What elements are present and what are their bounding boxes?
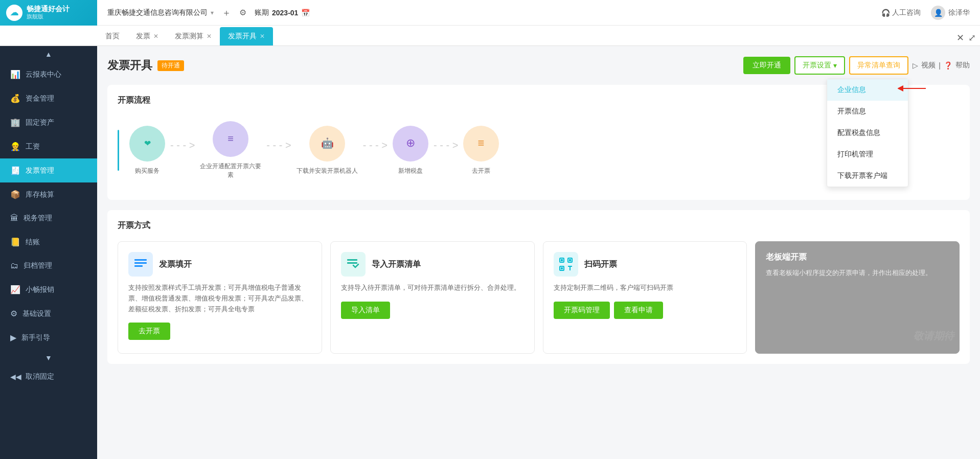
tab-invoice[interactable]: 发票 ✕ — [128, 27, 167, 45]
sidebar-item-archive[interactable]: 🗂 归档管理 — [0, 254, 97, 278]
svg-text:⊕: ⊕ — [406, 136, 415, 149]
fill-go-button[interactable]: 去开票 — [128, 323, 170, 340]
flow-arrow-4: - - - > — [428, 140, 463, 151]
sidebar-label-assets: 固定资产 — [26, 118, 54, 127]
company-selector[interactable]: 重庆畅捷交通信息咨询有限公司 ▾ — [107, 8, 214, 17]
calendar-icon[interactable]: 📅 — [301, 9, 310, 17]
flow-label-5: 去开票 — [472, 167, 490, 175]
sidebar-item-tax[interactable]: 🏛 税务管理 — [0, 206, 97, 230]
guide-icon: ▶ — [10, 333, 16, 342]
fill-title: 发票填开 — [159, 259, 192, 270]
company-name: 重庆畅捷交通信息咨询有限公司 — [107, 8, 208, 17]
method-section: 开票方式 发票填开 支持按照发票样式手工填开发票；可开具增值税电子普通发票、增值… — [107, 210, 970, 364]
content-area: 发票开具 待开通 立即开通 开票设置 ▾ 异常清单查询 ▷ 视频 | ❓ 帮助 — [97, 46, 980, 459]
video-help-area: ▷ 视频 | ❓ 帮助 — [913, 61, 970, 70]
flow-step-5: ≡ 去开票 — [463, 126, 499, 175]
sidebar-label-funds: 资金管理 — [26, 94, 54, 103]
sidebar-item-expense[interactable]: 📈 小畅报销 — [0, 278, 97, 302]
sidebar-item-reports[interactable]: 📊 云报表中心 — [0, 62, 97, 86]
sidebar-item-invoice[interactable]: 🧾 发票管理 — [0, 158, 97, 182]
sidebar-item-assets[interactable]: 🏢 固定资产 — [0, 110, 97, 134]
sidebar-item-close[interactable]: 📒 结账 — [0, 230, 97, 254]
settings-icon[interactable]: ⚙ — [239, 8, 246, 17]
qr-manage-button[interactable]: 开票码管理 — [554, 302, 610, 319]
assets-icon: 🏢 — [10, 118, 20, 127]
boss-overlay: 老板端开票 查看老板端小程序提交的开票申请，并作出相应的处理。 — [766, 252, 949, 279]
method-cards: 发票填开 支持按照发票样式手工填开发票；可开具增值税电子普通发票、增值税普通发票… — [118, 241, 960, 354]
flow-step-1: ❤ 购买服务 — [129, 126, 165, 175]
tab-issue[interactable]: 发票开具 ✕ — [220, 27, 273, 45]
user-info[interactable]: 👤 徐泽华 — [931, 6, 970, 20]
consult-button[interactable]: 🎧 人工咨询 — [881, 8, 921, 17]
flow-icon-4: ⊕ — [393, 126, 428, 162]
sidebar-scroll-down[interactable]: ▼ — [0, 350, 97, 366]
view-apply-button[interactable]: 查看申请 — [614, 302, 663, 319]
flow-step-3: 🤖 下载并安装开票机器人 — [297, 126, 358, 175]
activate-button[interactable]: 立即开通 — [743, 57, 790, 74]
sidebar-item-salary[interactable]: 👷 工资 — [0, 134, 97, 158]
logo-area: ☁ 畅捷通好会计 旗舰版 — [0, 0, 97, 26]
logo-text: 畅捷通好会计 — [27, 5, 70, 13]
page-header: 发票开具 待开通 立即开通 开票设置 ▾ 异常清单查询 ▷ 视频 | ❓ 帮助 — [107, 56, 970, 75]
svg-rect-10 — [134, 265, 143, 267]
help-label[interactable]: 帮助 — [955, 61, 970, 70]
maximize-icon[interactable]: ⤢ — [968, 32, 976, 43]
svg-text:≡: ≡ — [228, 133, 234, 144]
tab-home[interactable]: 首页 — [97, 27, 128, 45]
sidebar-label-salary: 工资 — [26, 142, 40, 151]
dropdown-item-printer[interactable]: 打印机管理 — [827, 144, 908, 165]
sidebar-item-guide[interactable]: ▶ 新手引导 — [0, 326, 97, 350]
svg-rect-8 — [134, 259, 147, 261]
dropdown-item-download[interactable]: 下载开票客户端 — [827, 165, 908, 187]
flow-icon-5: ≡ — [463, 126, 499, 162]
import-title: 导入开票清单 — [372, 259, 421, 270]
basic-settings-icon: ⚙ — [10, 309, 17, 318]
tab-home-label: 首页 — [105, 32, 120, 41]
tab-calculate[interactable]: 发票测算 ✕ — [167, 27, 220, 45]
boss-title: 老板端开票 — [766, 252, 949, 263]
sidebar-item-inventory[interactable]: 📦 库存核算 — [0, 182, 97, 206]
settings-dropdown-button[interactable]: 开票设置 ▾ — [794, 56, 845, 75]
top-bar: ☁ 畅捷通好会计 旗舰版 重庆畅捷交通信息咨询有限公司 ▾ ＋ ⚙ 账期 202… — [0, 0, 980, 26]
sidebar-unpin[interactable]: ◀◀ 取消固定 — [0, 366, 97, 387]
svg-text:≡: ≡ — [478, 136, 485, 149]
method-title: 开票方式 — [118, 220, 960, 231]
exception-button[interactable]: 异常清单查询 — [849, 56, 908, 75]
dropdown-item-company[interactable]: 企业信息 — [827, 79, 908, 101]
reports-icon: 📊 — [10, 70, 20, 79]
red-arrow — [898, 83, 928, 95]
method-card-fill: 发票填开 支持按照发票样式手工填开发票；可开具增值税电子普通发票、增值税普通发票… — [118, 241, 322, 354]
flow-arrow-1: - - - > — [165, 140, 200, 151]
tax-icon: 🏛 — [10, 214, 18, 223]
sidebar-item-settings[interactable]: ⚙ 基础设置 — [0, 302, 97, 326]
method-card-import-header: 导入开票清单 — [341, 252, 524, 277]
flow-label-1: 购买服务 — [135, 167, 159, 175]
main-layout: ▲ 📊 云报表中心 💰 资金管理 🏢 固定资产 👷 工资 🧾 发票管理 📦 库存… — [0, 46, 980, 459]
dropdown-item-invoice-info[interactable]: 开票信息 — [827, 101, 908, 122]
add-button[interactable]: ＋ — [222, 7, 231, 19]
sidebar-item-funds[interactable]: 💰 资金管理 — [0, 86, 97, 110]
top-actions: ＋ ⚙ — [218, 7, 250, 19]
tab-issue-label: 发票开具 — [228, 32, 257, 41]
logo-sub: 旗舰版 — [27, 13, 70, 20]
tab-invoice-close[interactable]: ✕ — [153, 33, 158, 40]
inventory-icon: 📦 — [10, 190, 20, 199]
video-label[interactable]: 视频 — [921, 61, 936, 70]
dropdown-label-download: 下载开票客户端 — [837, 171, 887, 179]
sidebar-scroll-up[interactable]: ▲ — [0, 46, 97, 62]
sidebar-label-inventory: 库存核算 — [26, 190, 54, 199]
settings-label: 开票设置 — [803, 61, 831, 70]
dropdown-label-company: 企业信息 — [837, 85, 866, 94]
tab-calculate-close[interactable]: ✕ — [207, 33, 212, 40]
status-badge: 待开通 — [157, 60, 184, 71]
import-button[interactable]: 导入清单 — [341, 302, 390, 319]
separator: | — [939, 61, 941, 70]
fill-desc: 支持按照发票样式手工填开发票；可开具增值税电子普通发票、增值税普通发票、增值税专… — [128, 283, 311, 314]
sidebar-label-close: 结账 — [26, 238, 40, 247]
close-window-icon[interactable]: ✕ — [956, 32, 964, 43]
avatar: 👤 — [931, 6, 945, 20]
method-card-scan: 扫码开票 支持定制开票二维码，客户端可扫码开票 开票码管理 查看申请 — [543, 241, 747, 354]
scan-desc: 支持定制开票二维码，客户端可扫码开票 — [554, 283, 737, 293]
dropdown-item-tax-disk[interactable]: 配置税盘信息 — [827, 122, 908, 144]
tab-issue-close[interactable]: ✕ — [260, 33, 265, 40]
